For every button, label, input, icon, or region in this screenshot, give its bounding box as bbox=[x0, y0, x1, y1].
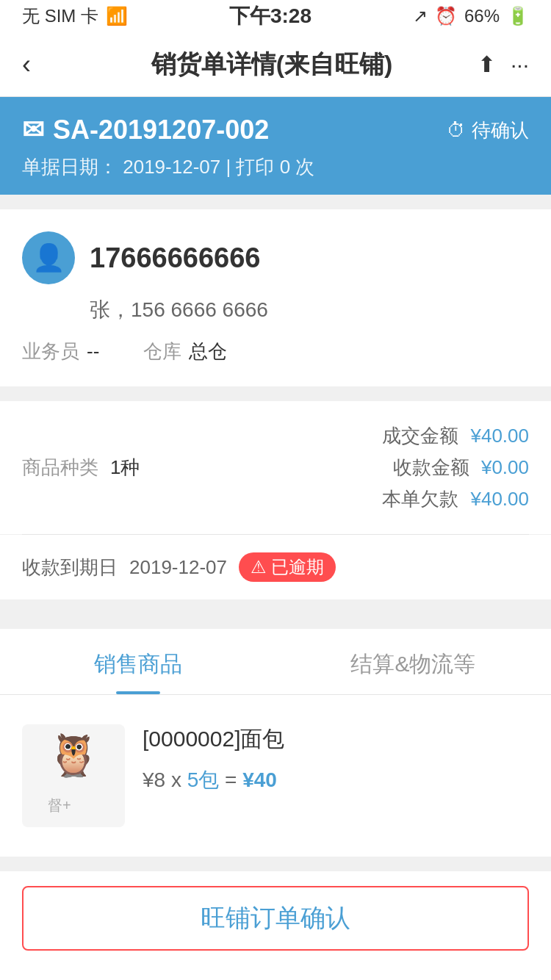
product-item: 🦉督+ [0000002]面包 ¥8 x 5包 = ¥40 bbox=[22, 710, 529, 842]
wifi-icon: 📶 bbox=[106, 6, 128, 26]
divider-2 bbox=[0, 599, 551, 614]
warehouse-meta: 仓库 总仓 bbox=[143, 339, 227, 364]
product-thumbnail: 🦉督+ bbox=[48, 735, 99, 817]
amount-row-2: 本单欠款 ¥40.00 bbox=[382, 486, 529, 512]
divider-1 bbox=[0, 386, 551, 401]
battery-text: 66% bbox=[464, 6, 500, 26]
sim-text: 无 SIM 卡 bbox=[22, 4, 98, 28]
product-image: 🦉督+ bbox=[22, 724, 125, 827]
customer-meta: 业务员 -- 仓库 总仓 bbox=[22, 339, 529, 364]
sales-value: -- bbox=[87, 340, 99, 363]
summary-left: 商品种类 1种 bbox=[22, 423, 140, 512]
overdue-badge: ⚠ 已逾期 bbox=[239, 552, 336, 582]
time-display: 下午3:28 bbox=[229, 2, 311, 30]
amount-label-1: 收款金额 bbox=[393, 455, 469, 480]
bottom-bar: 旺铺订单确认 bbox=[0, 871, 551, 980]
order-status: ⏱ 待确认 bbox=[447, 118, 529, 143]
more-button[interactable]: ··· bbox=[511, 52, 529, 77]
overdue-icon: ⚠ bbox=[251, 557, 267, 577]
date-label: 单据日期： bbox=[22, 156, 118, 178]
avatar-icon: 👤 bbox=[32, 242, 65, 273]
alarm-icon: ⏰ bbox=[435, 6, 457, 26]
tab-settlement-logistics-label: 结算&物流等 bbox=[350, 652, 475, 676]
back-button[interactable]: ‹ bbox=[22, 49, 66, 80]
price-text: ¥8 x bbox=[143, 768, 187, 791]
customer-name: 张，156 6666 6666 bbox=[22, 296, 529, 324]
product-type-value: 1种 bbox=[110, 455, 140, 480]
avatar: 👤 bbox=[22, 231, 75, 284]
order-status-text: 待确认 bbox=[472, 118, 529, 143]
due-date-label: 收款到期日 bbox=[22, 555, 118, 580]
order-id: ✉ SA-20191207-002 bbox=[22, 115, 269, 145]
product-name: [0000002]面包 bbox=[143, 724, 529, 754]
amount-label-0: 成交金额 bbox=[382, 423, 458, 449]
price-qty: 5包 bbox=[187, 768, 220, 791]
product-type-label: 商品种类 bbox=[22, 455, 98, 480]
amount-value-1: ¥0.00 bbox=[481, 456, 529, 479]
page-title: 销货单详情(来自旺铺) bbox=[151, 48, 393, 82]
order-date: 单据日期： 2019-12-07 | 打印 0 次 bbox=[22, 154, 529, 180]
summary-right: 成交金额 ¥40.00 收款金额 ¥0.00 本单欠款 ¥40.00 bbox=[382, 423, 529, 512]
product-price: ¥8 x 5包 = ¥40 bbox=[143, 766, 529, 794]
share-button[interactable]: ⬆ bbox=[478, 51, 496, 77]
order-banner-top: ✉ SA-20191207-002 ⏱ 待确认 bbox=[22, 115, 529, 145]
tab-settlement-logistics[interactable]: 结算&物流等 bbox=[276, 629, 551, 694]
nav-actions: ⬆ ··· bbox=[478, 51, 529, 77]
order-banner: ✉ SA-20191207-002 ⏱ 待确认 单据日期： 2019-12-07… bbox=[0, 97, 551, 195]
price-total-label: = bbox=[225, 768, 242, 791]
print-info: | 打印 0 次 bbox=[226, 156, 314, 178]
amount-value-0: ¥40.00 bbox=[470, 425, 529, 447]
amount-value-2: ¥40.00 bbox=[470, 488, 529, 511]
product-info: [0000002]面包 ¥8 x 5包 = ¥40 bbox=[143, 724, 529, 794]
sales-meta: 业务员 -- bbox=[22, 339, 99, 364]
sales-label: 业务员 bbox=[22, 339, 79, 364]
due-date-value: 2019-12-07 bbox=[129, 556, 227, 579]
confirm-button[interactable]: 旺铺订单确认 bbox=[22, 886, 529, 951]
due-section: 收款到期日 2019-12-07 ⚠ 已逾期 bbox=[0, 535, 551, 599]
status-left: 无 SIM 卡 📶 bbox=[22, 4, 128, 28]
date-value: 2019-12-07 bbox=[123, 156, 220, 178]
summary-section: 商品种类 1种 成交金额 ¥40.00 收款金额 ¥0.00 本单欠款 ¥40.… bbox=[0, 401, 551, 534]
product-list: 🦉督+ [0000002]面包 ¥8 x 5包 = ¥40 bbox=[0, 695, 551, 857]
tabs-container: 销售商品 结算&物流等 bbox=[0, 629, 551, 695]
nav-bar: ‹ 销货单详情(来自旺铺) ⬆ ··· bbox=[0, 32, 551, 97]
amount-row-0: 成交金额 ¥40.00 bbox=[382, 423, 529, 449]
status-bar: 无 SIM 卡 📶 下午3:28 ↗ ⏰ 66% 🔋 bbox=[0, 0, 551, 32]
status-clock-icon: ⏱ bbox=[447, 119, 466, 142]
customer-top: 👤 17666666666 bbox=[22, 231, 529, 284]
location-icon: ↗ bbox=[413, 6, 428, 26]
warehouse-label: 仓库 bbox=[143, 339, 181, 364]
order-icon: ✉ bbox=[22, 115, 44, 145]
status-right: ↗ ⏰ 66% 🔋 bbox=[413, 6, 529, 26]
amount-row-1: 收款金额 ¥0.00 bbox=[393, 455, 529, 480]
customer-phone: 17666666666 bbox=[90, 242, 260, 274]
order-id-text: SA-20191207-002 bbox=[53, 115, 269, 145]
tab-sales-products[interactable]: 销售商品 bbox=[0, 629, 276, 694]
amount-label-2: 本单欠款 bbox=[382, 486, 458, 512]
customer-section: 👤 17666666666 张，156 6666 6666 业务员 -- 仓库 … bbox=[0, 209, 551, 386]
warehouse-value: 总仓 bbox=[189, 339, 227, 364]
price-total: ¥40 bbox=[242, 768, 277, 791]
battery-icon: 🔋 bbox=[507, 6, 529, 26]
tab-sales-products-label: 销售商品 bbox=[94, 652, 182, 676]
overdue-text: 已逾期 bbox=[271, 555, 324, 579]
